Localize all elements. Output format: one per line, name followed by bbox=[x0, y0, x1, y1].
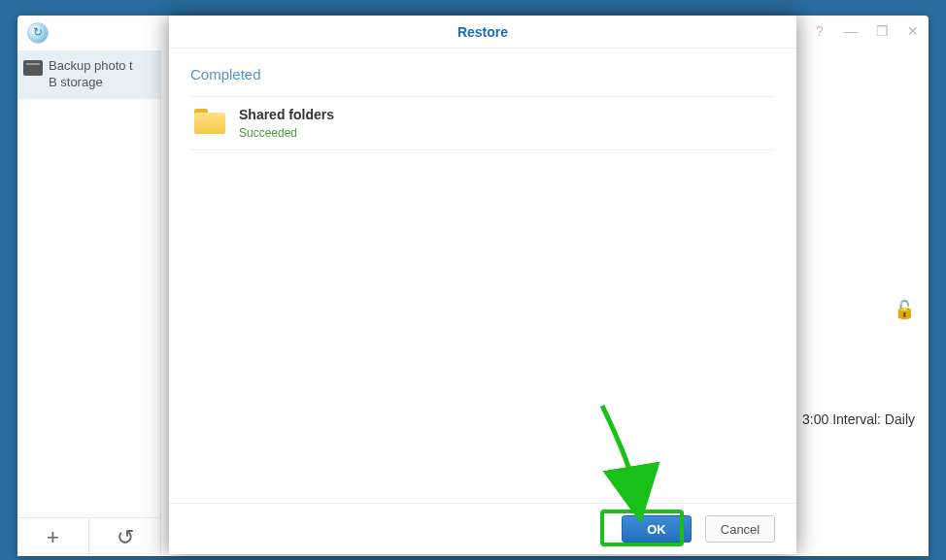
dialog-body: Completed Shared folders Succeeded bbox=[169, 49, 796, 503]
task-line2: B storage bbox=[49, 75, 133, 91]
task-line1: Backup photo t bbox=[49, 58, 133, 73]
maximize-button[interactable]: ❐ bbox=[874, 23, 890, 39]
status-heading: Completed bbox=[190, 66, 775, 82]
app-icon bbox=[27, 22, 49, 44]
task-icon bbox=[23, 60, 43, 76]
minimize-button[interactable]: — bbox=[843, 23, 859, 39]
schedule-text: 3:00 Interval: Daily bbox=[802, 412, 915, 427]
lock-icon[interactable]: 🔓 bbox=[894, 299, 915, 320]
add-task-button[interactable]: + bbox=[17, 518, 89, 556]
backup-task-item[interactable]: Backup photo t B storage bbox=[17, 50, 160, 99]
dialog-footer: OK Cancel bbox=[169, 503, 796, 554]
ok-button[interactable]: OK bbox=[622, 515, 692, 543]
restore-dialog: Restore Completed Shared folders Succeed… bbox=[169, 16, 796, 554]
sidebar-toolbar: + ↺ bbox=[17, 517, 160, 556]
result-item: Shared folders Succeeded bbox=[190, 97, 775, 150]
result-list: Shared folders Succeeded bbox=[190, 96, 775, 150]
close-button[interactable]: ✕ bbox=[905, 23, 921, 39]
history-button[interactable]: ↺ bbox=[89, 518, 160, 556]
task-label: Backup photo t B storage bbox=[49, 58, 133, 91]
result-status: Succeeded bbox=[239, 126, 334, 140]
cancel-button[interactable]: Cancel bbox=[705, 515, 775, 543]
folder-icon bbox=[194, 109, 225, 134]
help-button[interactable]: ? bbox=[812, 23, 828, 39]
result-name: Shared folders bbox=[239, 107, 334, 122]
sidebar: Backup photo t B storage + ↺ bbox=[17, 50, 161, 556]
result-text: Shared folders Succeeded bbox=[239, 107, 334, 140]
dialog-title: Restore bbox=[169, 16, 796, 49]
window-controls: ? — ❐ ✕ bbox=[812, 23, 921, 39]
